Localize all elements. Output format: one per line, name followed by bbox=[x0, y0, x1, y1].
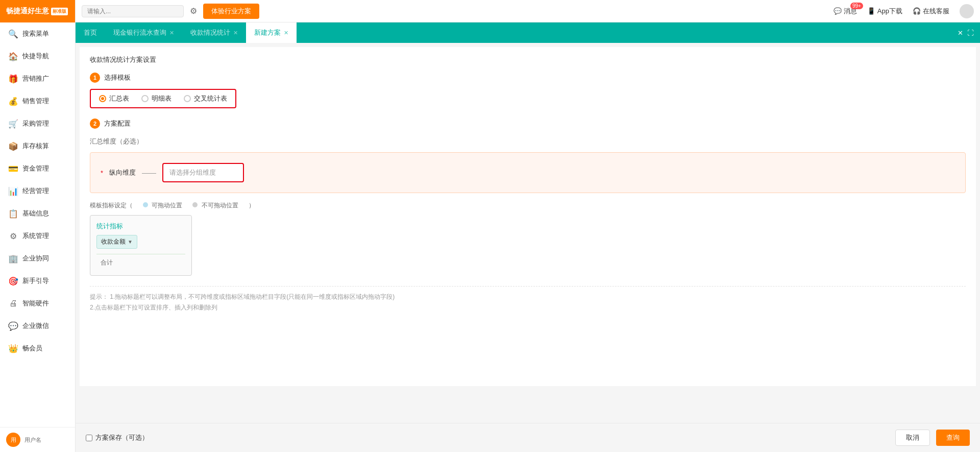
radio-summary[interactable]: 汇总表 bbox=[99, 94, 129, 103]
tab-close-bank[interactable]: ✕ bbox=[169, 30, 174, 36]
sidebar-item-sales[interactable]: 💰销售管理 bbox=[0, 90, 75, 112]
legend-close-paren: ） bbox=[249, 201, 255, 210]
wechat-icon: 💬 bbox=[8, 321, 18, 331]
sidebar-item-guide[interactable]: 🎯新手引导 bbox=[0, 270, 75, 292]
dimension-title: 汇总维度（必选） bbox=[90, 137, 966, 146]
tab-new-plan[interactable]: 新建方案✕ bbox=[246, 22, 297, 43]
page-body: 收款情况统计方案设置 1 选择模板 汇总表 明细表 bbox=[80, 47, 976, 386]
quick-nav-icon: 🏠 bbox=[8, 51, 18, 61]
logo-badge: 标准版 bbox=[51, 8, 68, 15]
indicators-legend: 模板指标设定（ 可拖动位置 不可拖动位置 ） bbox=[90, 201, 966, 210]
sidebar-item-marketing[interactable]: 🎁营销推广 bbox=[0, 67, 75, 90]
sidebar-bottom: 用 用户名 bbox=[0, 427, 75, 452]
topbar: ⚙ 体验行业方案 💬 消息 99+ 📱 App下载 🎧 在线客服 bbox=[76, 0, 980, 22]
tab-receipts[interactable]: 收款情况统计✕ bbox=[182, 22, 246, 43]
app-download-button[interactable]: 📱 App下载 bbox=[867, 7, 902, 16]
sidebar-item-capital[interactable]: 💳资金管理 bbox=[0, 157, 75, 180]
query-button[interactable]: 查询 bbox=[936, 430, 970, 446]
service-icon: 🎧 bbox=[913, 7, 921, 15]
radio-detail[interactable]: 明细表 bbox=[141, 94, 172, 103]
sidebar-item-hardware[interactable]: 🖨智能硬件 bbox=[0, 292, 75, 315]
tip-2: 2.点击标题栏下拉可设置排序、插入列和删除列 bbox=[90, 303, 966, 312]
sidebar-item-label-operation: 经营管理 bbox=[22, 186, 49, 196]
page-title: 收款情况统计方案设置 bbox=[90, 55, 966, 64]
sidebar-item-inventory[interactable]: 📦库存核算 bbox=[0, 135, 75, 157]
close-window-icon[interactable]: ✕ bbox=[958, 29, 963, 37]
required-mark: * bbox=[101, 169, 103, 177]
radio-summary-circle bbox=[99, 95, 106, 102]
cancel-button[interactable]: 取消 bbox=[895, 430, 930, 446]
service-label: 在线客服 bbox=[923, 7, 949, 16]
step2-label: 方案配置 bbox=[104, 119, 131, 128]
phone-icon: 📱 bbox=[867, 7, 875, 15]
sidebar-user-name: 用户名 bbox=[24, 436, 41, 444]
sidebar: 畅捷通好生意 标准版 🔍搜索菜单🏠快捷导航🎁营销推广💰销售管理🛒采购管理📦库存核… bbox=[0, 0, 76, 452]
indicator-subtotal: 合计 bbox=[96, 256, 185, 269]
user-avatar[interactable] bbox=[960, 4, 974, 18]
indicators-section: 模板指标设定（ 可拖动位置 不可拖动位置 ） bbox=[90, 201, 966, 276]
tips-section: 提示： 1.拖动标题栏可以调整布局，不可跨维度或指标区域拖动栏目字段(只能在同一… bbox=[90, 286, 966, 312]
step2-header: 2 方案配置 bbox=[90, 118, 966, 129]
online-service-button[interactable]: 🎧 在线客服 bbox=[913, 7, 949, 16]
marketing-icon: 🎁 bbox=[8, 74, 18, 84]
message-button[interactable]: 💬 消息 99+ bbox=[834, 7, 857, 16]
sidebar-item-search-menu[interactable]: 🔍搜索菜单 bbox=[0, 22, 75, 45]
radio-cross-label: 交叉统计表 bbox=[194, 94, 227, 103]
indicators-table: 统计指标 收款金额 ▼ 合计 bbox=[90, 215, 192, 276]
radio-cross-circle bbox=[184, 95, 191, 102]
sidebar-item-member[interactable]: 👑畅会员 bbox=[0, 337, 75, 360]
save-plan-checkbox[interactable]: 方案保存（可选） bbox=[86, 433, 149, 442]
sidebar-item-label-system: 系统管理 bbox=[22, 231, 49, 241]
page-content: 收款情况统计方案设置 1 选择模板 汇总表 明细表 bbox=[76, 43, 980, 423]
draggable-dot bbox=[143, 202, 148, 207]
sidebar-item-wechat[interactable]: 💬企业微信 bbox=[0, 315, 75, 337]
sidebar-item-system[interactable]: ⚙系统管理 bbox=[0, 225, 75, 247]
tip-1: 提示： 1.拖动标题栏可以调整布局，不可跨维度或指标区域拖动栏目字段(只能在同一… bbox=[90, 293, 966, 301]
sidebar-item-label-marketing: 营销推广 bbox=[22, 74, 49, 83]
maximize-icon[interactable]: ⛶ bbox=[967, 29, 974, 37]
tab-home[interactable]: 首页 bbox=[76, 22, 105, 43]
footer-actions: 取消 查询 bbox=[895, 430, 970, 446]
tab-label-new-plan: 新建方案 bbox=[254, 28, 281, 37]
industry-solution-button[interactable]: 体验行业方案 bbox=[203, 4, 259, 19]
system-icon: ⚙ bbox=[8, 231, 18, 241]
sidebar-item-basic-info[interactable]: 📋基础信息 bbox=[0, 202, 75, 225]
vertical-dimension-label: 纵向维度 bbox=[109, 168, 136, 177]
topbar-search-input[interactable] bbox=[82, 5, 184, 17]
gear-icon[interactable]: ⚙ bbox=[190, 6, 197, 16]
guide-icon: 🎯 bbox=[8, 276, 18, 286]
main-area: ⚙ 体验行业方案 💬 消息 99+ 📱 App下载 🎧 在线客服 首页现金银行流… bbox=[76, 0, 980, 452]
tab-close-receipts[interactable]: ✕ bbox=[233, 30, 238, 36]
sales-icon: 💰 bbox=[8, 96, 18, 106]
tab-close-new-plan[interactable]: ✕ bbox=[284, 30, 288, 36]
arrow-icon: —— bbox=[142, 169, 156, 177]
step1-section: 1 选择模板 汇总表 明细表 交叉统计表 bbox=[90, 73, 966, 108]
indicator-tag-amount[interactable]: 收款金额 ▼ bbox=[96, 235, 137, 249]
tab-label-receipts: 收款情况统计 bbox=[190, 28, 230, 37]
tab-bank[interactable]: 现金银行流水查询✕ bbox=[105, 22, 182, 43]
save-plan-check-input[interactable] bbox=[86, 435, 92, 441]
sidebar-item-operation[interactable]: 📊经营管理 bbox=[0, 180, 75, 202]
sidebar-item-label-purchase: 采购管理 bbox=[22, 119, 49, 128]
sidebar-item-label-member: 畅会员 bbox=[22, 344, 42, 353]
config-section: 汇总维度（必选） * 纵向维度 —— 请选择分组维度 bbox=[90, 137, 966, 312]
radio-detail-circle bbox=[141, 95, 149, 102]
member-icon: 👑 bbox=[8, 343, 18, 353]
step2-section: 2 方案配置 汇总维度（必选） * 纵向维度 —— 请选择分组维度 bbox=[90, 118, 966, 312]
dimension-select-dropdown[interactable]: 请选择分组维度 bbox=[162, 163, 244, 182]
sidebar-item-quick-nav[interactable]: 🏠快捷导航 bbox=[0, 45, 75, 67]
logo-text: 畅捷通好生意 bbox=[6, 7, 49, 16]
dimension-row: * 纵向维度 —— 请选择分组维度 bbox=[101, 163, 955, 182]
sidebar-item-label-wechat: 企业微信 bbox=[22, 321, 49, 330]
message-icon: 💬 bbox=[834, 7, 842, 15]
sidebar-item-label-search-menu: 搜索菜单 bbox=[22, 29, 49, 38]
fixed-dot bbox=[192, 202, 198, 207]
radio-summary-label: 汇总表 bbox=[109, 94, 129, 103]
sidebar-item-purchase[interactable]: 🛒采购管理 bbox=[0, 112, 75, 135]
indicators-setting-label: 模板指标设定（ bbox=[90, 201, 133, 210]
sidebar-logo: 畅捷通好生意 标准版 bbox=[0, 0, 75, 22]
radio-cross[interactable]: 交叉统计表 bbox=[184, 94, 227, 103]
page-footer: 方案保存（可选） 取消 查询 bbox=[76, 423, 980, 452]
sidebar-item-corp[interactable]: 🏢企业协同 bbox=[0, 247, 75, 270]
sidebar-item-label-basic-info: 基础信息 bbox=[22, 209, 49, 218]
